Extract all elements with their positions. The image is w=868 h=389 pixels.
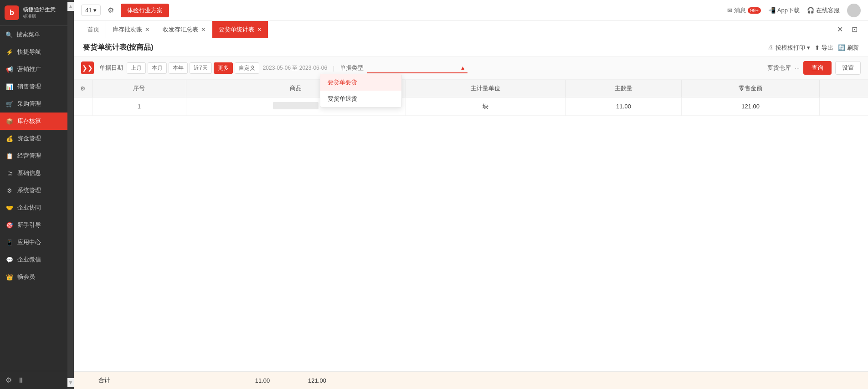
type-chevron-icon[interactable]: ▲ [460,65,466,71]
chevron-down-icon: ▾ [93,7,97,14]
page-header-actions: 🖨 按模板打印 ▾ ⬆ 导出 🔄 刷新 [768,44,859,52]
sidebar-item-enterprise-collab[interactable]: 🤝 企业协同 [0,199,67,216]
settings-footer-icon[interactable]: ⚙ [5,376,12,384]
sidebar-item-vip[interactable]: 👑 畅会员 [0,268,67,286]
app-download-button[interactable]: 📲 App下载 [768,6,800,15]
sidebar-item-finance[interactable]: 💰 资金管理 [0,130,67,147]
date-filter-group: 单据日期 上月 本月 本年 近7天 更多 自定义 2023-05-06 至 20… [99,62,327,74]
vip-icon: 👑 [5,273,14,281]
sidebar-item-label: 资金管理 [17,134,41,143]
date-btn-more[interactable]: 更多 [214,62,233,74]
table-wrapper: ⚙ 序号 商品 主计量单位 主数量 零售金额 1 [74,80,868,371]
print-button[interactable]: 🖨 按模板打印 ▾ [768,44,810,52]
refresh-icon: 🔄 [838,44,845,51]
marketing-icon: 📢 [5,65,14,73]
settings-col-icon[interactable]: ⚙ [80,85,86,92]
type-selector-group: 单据类型 ▲ [340,63,467,73]
col-amount: 零售金额 [682,80,820,97]
date-btn-this-year[interactable]: 本年 [169,62,188,74]
tab-expand-button[interactable]: ⊡ [848,23,861,36]
close-tab-order-stat[interactable]: ✕ [257,26,262,33]
sidebar-item-app-center[interactable]: 📱 应用中心 [0,234,67,251]
page-title: 要货单统计表(按商品) [83,43,154,52]
cell-extra [819,97,868,116]
sidebar-item-newbie[interactable]: 🎯 新手引导 [0,216,67,234]
user-avatar[interactable] [847,4,861,17]
operations-icon: 📋 [5,152,14,160]
data-table: ⚙ 序号 商品 主计量单位 主数量 零售金额 1 [74,80,868,116]
cell-qty: 11.00 [566,97,682,116]
search-menu[interactable]: 🔍 搜索菜单 [0,26,67,43]
query-button[interactable]: 查询 [803,61,832,75]
sidebar-item-enterprise-wechat[interactable]: 💬 企业微信 [0,251,67,268]
export-icon: ⬆ [815,44,820,51]
dropdown-item-tuihuo[interactable]: 要货单退货 [320,91,401,107]
main-container: 41 ▾ ⚙ 体验行业方案 ✉ 消息 99+ 📲 App下载 🎧 在线客服 [74,0,868,389]
pause-footer-icon[interactable]: ⏸ [17,376,25,384]
page-header: 要货单统计表(按商品) 🖨 按模板打印 ▾ ⬆ 导出 🔄 刷新 [74,38,868,56]
sidebar-item-inventory[interactable]: 📦 库存核算 [0,113,67,130]
enterprise-collab-icon: 🤝 [5,204,14,212]
app-title: 畅捷通好生意 标准版 [23,6,56,20]
warehouse-filter-label: 要货仓库 [767,64,791,72]
date-filter-label: 单据日期 [99,64,123,72]
warehouse-more-icon[interactable]: ··· [795,65,800,72]
sidebar-scroll-down[interactable]: ▼ [67,378,74,387]
footer-label: 合计 [80,376,190,384]
sidebar-item-purchase[interactable]: 🛒 采购管理 [0,95,67,113]
finance-icon: 💰 [5,134,14,143]
inventory-icon: 📦 [5,117,14,125]
sidebar-item-label: 畅会员 [17,273,35,281]
date-btn-this-month[interactable]: 本月 [148,62,167,74]
sidebar: b 畅捷通好生意 标准版 🔍 搜索菜单 ⚡ 快捷导航 📢 营销推广 📊 销售管理… [0,0,67,389]
settings-button[interactable]: 设置 [835,61,861,75]
export-button[interactable]: ⬆ 导出 [815,44,833,52]
sidebar-item-label: 系统管理 [17,186,41,194]
industry-plan-button[interactable]: 体验行业方案 [121,4,169,17]
table-header-row: ⚙ 序号 商品 主计量单位 主数量 零售金额 [74,80,868,97]
topbar-gear-button[interactable]: ⚙ [104,4,117,17]
footer-qty: 11.00 [235,377,290,384]
sidebar-item-operations[interactable]: 📋 经营管理 [0,147,67,164]
sidebar-item-basic-info[interactable]: 🗂 基础信息 [0,164,67,182]
sidebar-header: b 畅捷通好生意 标准版 [0,0,67,26]
sidebar-item-label: 营销推广 [17,65,41,73]
sidebar-item-marketing[interactable]: 📢 营销推广 [0,61,67,78]
messages-button[interactable]: ✉ 消息 99+ [727,6,761,15]
refresh-button[interactable]: 🔄 刷新 [838,44,859,52]
date-range-display: 2023-05-06 至 2023-06-06 [263,64,327,72]
table-row: 1 块 11.00 121.00 [74,97,868,116]
search-icon: 🔍 [5,31,13,38]
tab-order-stat[interactable]: 要货单统计表 ✕ [212,21,268,38]
tab-collect-summary[interactable]: 收发存汇总表 ✕ [156,21,212,38]
sidebar-item-label: 企业协同 [17,204,41,212]
tab-inventory-batch[interactable]: 库存批次账 ✕ [106,21,156,38]
close-tab-collect-summary[interactable]: ✕ [201,26,205,33]
store-selector[interactable]: 41 ▾ [81,5,101,16]
cell-settings [74,97,92,116]
app-logo: b [5,5,19,20]
type-input-wrapper: ▲ [367,63,467,73]
newbie-icon: 🎯 [5,221,14,229]
sidebar-item-system[interactable]: ⚙ 系统管理 [0,182,67,199]
sidebar-item-sales[interactable]: 📊 销售管理 [0,78,67,95]
date-btn-7days[interactable]: 近7天 [190,62,212,74]
sidebar-footer: ⚙ ⏸ [0,371,67,389]
message-icon: ✉ [727,7,732,14]
sidebar-scroll-up[interactable]: ▲ [67,2,74,11]
tab-close-all-button[interactable]: ✕ [833,23,846,36]
sidebar-item-label: 销售管理 [17,82,41,91]
tab-home[interactable]: 首页 [81,21,106,38]
type-select-input[interactable] [367,63,467,73]
date-btn-last-month[interactable]: 上月 [127,62,146,74]
filter-expand-button[interactable]: ❯❯ [81,61,94,74]
dropdown-item-yaohuo[interactable]: 要货单要货 [320,74,401,91]
online-service-button[interactable]: 🎧 在线客服 [807,6,840,15]
page-content: 要货单统计表(按商品) 🖨 按模板打印 ▾ ⬆ 导出 🔄 刷新 ❯❯ [74,38,868,389]
sidebar-item-quick-nav[interactable]: ⚡ 快捷导航 [0,43,67,61]
close-tab-inventory-batch[interactable]: ✕ [145,26,149,33]
tabs-bar: 首页 库存批次账 ✕ 收发存汇总表 ✕ 要货单统计表 ✕ ✕ ⊡ [74,21,868,38]
print-chevron-icon: ▾ [807,44,810,51]
date-btn-custom[interactable]: 自定义 [235,62,259,74]
filter-bar: ❯❯ 单据日期 上月 本月 本年 近7天 更多 自定义 2023-05-06 至… [74,56,868,80]
